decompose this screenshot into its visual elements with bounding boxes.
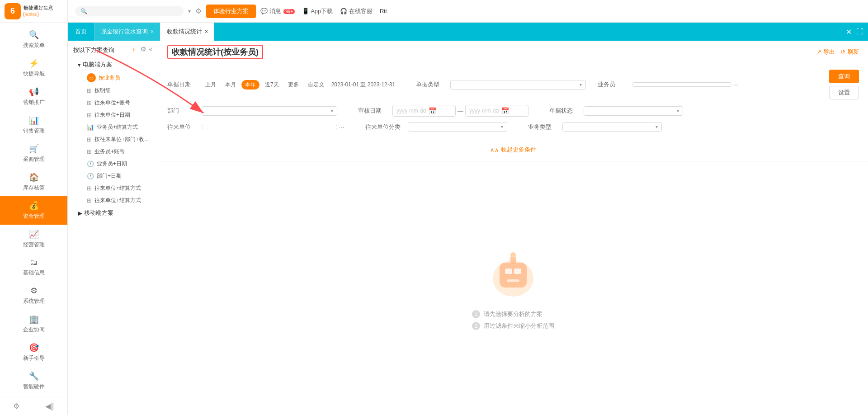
refresh-icon: ↺ bbox=[840, 48, 845, 55]
tab-fullscreen-icon[interactable]: ⛶ bbox=[856, 28, 863, 36]
marketing-icon: 📢 bbox=[29, 87, 39, 97]
collapse-panel-icon[interactable]: « bbox=[149, 45, 152, 55]
sidebar-item-smarthw[interactable]: 🔧 智能硬件 bbox=[0, 367, 67, 395]
settings-footer-icon[interactable]: ⚙ bbox=[13, 402, 19, 410]
audit-date-start[interactable]: yyyy-mm-dd 📅 bbox=[392, 105, 456, 117]
filter-row-1: 单据日期 上月 本月 本年 近7天 更多 自定义 2023-01-01 至 20… bbox=[167, 70, 859, 99]
sidebar-item-guide[interactable]: 🎯 新手引导 bbox=[0, 338, 67, 367]
salesperson-label: 业务员 bbox=[598, 80, 625, 89]
mobile-section-header[interactable]: ▶ 移动端方案 bbox=[72, 207, 158, 219]
active-scheme-icon: ⭮ bbox=[87, 73, 96, 82]
sidebar-item-enterprise[interactable]: 🏢 企业协同 bbox=[0, 310, 67, 338]
search-box[interactable]: 🔍 bbox=[75, 6, 184, 16]
system-icon: ⚙ bbox=[30, 286, 38, 296]
sidebar-item-operations[interactable]: 📈 经营管理 bbox=[0, 225, 67, 253]
topbar-dropdown[interactable]: ▾ bbox=[188, 8, 191, 14]
tree-leaf-dept-date[interactable]: 🕐 部门+日期 bbox=[72, 170, 158, 182]
add-scheme-btn[interactable]: ＋ bbox=[130, 45, 137, 55]
settings-btn[interactable]: 设置 bbox=[829, 86, 859, 99]
collapse-section: ∧∧ 收起更多条件 bbox=[158, 138, 868, 161]
sidebar-item-sales[interactable]: 📊 销售管理 bbox=[0, 111, 67, 139]
sidebar-item-inventory[interactable]: 🏠 库存核算 bbox=[0, 168, 67, 196]
export-btn[interactable]: ↗ 导出 bbox=[816, 48, 835, 56]
tree-leaf-unit-dept[interactable]: ⊞ 按往来单位+部门+收... bbox=[72, 133, 158, 146]
tab-close-collection[interactable]: × bbox=[205, 28, 208, 35]
sidebar-nav: 🔍 搜索菜单 ⚡ 快捷导航 📢 营销推广 📊 销售管理 🛒 采购管理 🏠 库存核… bbox=[0, 23, 67, 397]
leaf-icon-unit-date: ⊞ bbox=[87, 112, 92, 118]
tab-home[interactable]: 首页 bbox=[68, 23, 94, 41]
audit-start-calendar-icon[interactable]: 📅 bbox=[429, 107, 436, 114]
refresh-btn[interactable]: ↺ 刷新 bbox=[840, 48, 859, 56]
app-download-area[interactable]: 📱 App下载 bbox=[302, 7, 333, 15]
sidebar-item-system[interactable]: ⚙ 系统管理 bbox=[0, 281, 67, 310]
salesperson-more-dots[interactable]: ··· bbox=[733, 81, 739, 88]
topbar: 🔍 ▾ ⚙ 体验行业方案 💬 消息 99+ 📱 App下载 🎧 在线客服 Rit bbox=[68, 0, 868, 23]
basicinfo-icon: 🗂 bbox=[30, 258, 38, 267]
tab-collection-stats[interactable]: 收款情况统计 × bbox=[160, 23, 214, 41]
mobile-section-label: 移动端方案 bbox=[84, 209, 113, 217]
tree-leaf-staff-settle[interactable]: 📊 业务员+结算方式 bbox=[72, 121, 158, 133]
svg-rect-4 bbox=[507, 279, 519, 282]
leaf-icon-dept-date: 🕐 bbox=[87, 173, 94, 179]
date-tab-thismonth[interactable]: 本月 bbox=[222, 80, 240, 90]
topbar-gear-icon[interactable]: ⚙ bbox=[195, 7, 202, 15]
tree-leaf-unit-settle1[interactable]: ⊞ 往来单位+结算方式 bbox=[72, 182, 158, 194]
business-type-select[interactable]: ▾ bbox=[562, 122, 662, 132]
tree-leaf-unit-settle2[interactable]: ⊞ 往来单位+结算方式 bbox=[72, 194, 158, 207]
trial-btn[interactable]: 体验行业方案 bbox=[206, 5, 256, 18]
sidebar-item-basicinfo[interactable]: 🗂 基础信息 bbox=[0, 253, 67, 281]
audit-date-end[interactable]: yyyy-mm-dd 📅 bbox=[465, 105, 528, 117]
scheme-settings-icon[interactable]: ⚙ bbox=[140, 45, 146, 55]
voucher-status-select[interactable]: ▾ bbox=[584, 106, 683, 116]
date-tabs: 上月 本月 本年 近7天 更多 自定义 2023-01-01 至 2023-12… bbox=[202, 80, 395, 90]
enterprise-icon: 🏢 bbox=[29, 314, 39, 324]
tabbar: 首页 现金银行流水查询 × 收款情况统计 × ✕ ⛶ bbox=[68, 23, 868, 41]
collapse-sidebar-icon[interactable]: ◀‖ bbox=[45, 402, 54, 410]
sidebar-footer: ⚙ ◀‖ bbox=[0, 397, 67, 415]
partner-category-arrow: ▾ bbox=[501, 124, 503, 129]
tree-leaf-by-detail[interactable]: ⊞ 按明细 bbox=[72, 85, 158, 97]
tab-bank-flow[interactable]: 现金银行流水查询 × bbox=[94, 23, 160, 41]
partner-area: ··· bbox=[202, 123, 344, 131]
business-type-label: 业务类型 bbox=[528, 123, 555, 131]
tree-leaf-unit-date[interactable]: ⊞ 往来单位+日期 bbox=[72, 109, 158, 121]
sidebar-item-finance[interactable]: 💰 资金管理 bbox=[0, 196, 67, 225]
tab-close-bank[interactable]: × bbox=[151, 28, 154, 35]
main-area: 🔍 ▾ ⚙ 体验行业方案 💬 消息 99+ 📱 App下载 🎧 在线客服 Rit… bbox=[68, 0, 868, 415]
quicknav-icon: ⚡ bbox=[29, 58, 39, 68]
date-tab-lastmonth[interactable]: 上月 bbox=[202, 80, 220, 90]
inventory-icon: 🏠 bbox=[29, 172, 39, 182]
tree-leaf-staff-account[interactable]: ⊞ 业务员+账号 bbox=[72, 146, 158, 158]
date-tab-thisyear[interactable]: 本年 bbox=[241, 80, 259, 90]
audit-end-calendar-icon[interactable]: 📅 bbox=[501, 107, 509, 114]
voucher-type-select[interactable]: ▾ bbox=[450, 80, 586, 90]
date-tab-7days[interactable]: 近7天 bbox=[261, 80, 283, 90]
left-panel-title: 按以下方案查询 bbox=[73, 46, 114, 54]
guide-icon: 🎯 bbox=[29, 343, 39, 353]
smarthw-icon: 🔧 bbox=[29, 371, 39, 381]
tree-leaf-unit-account[interactable]: ⊞ 往来单位+账号 bbox=[72, 97, 158, 109]
collapse-btn[interactable]: ∧∧ 收起更多条件 bbox=[490, 142, 536, 157]
user-name[interactable]: Rit bbox=[380, 8, 387, 14]
date-tab-more[interactable]: 更多 bbox=[284, 80, 302, 90]
empty-robot-icon bbox=[486, 247, 540, 301]
sidebar-item-search[interactable]: 🔍 搜索菜单 bbox=[0, 25, 67, 54]
sidebar-item-marketing[interactable]: 📢 营销推广 bbox=[0, 82, 67, 111]
message-area[interactable]: 💬 消息 99+ bbox=[260, 7, 295, 15]
online-service-area[interactable]: 🎧 在线客服 bbox=[340, 7, 373, 15]
sidebar-item-quicknav[interactable]: ⚡ 快捷导航 bbox=[0, 54, 67, 82]
voucher-type-arrow: ▾ bbox=[580, 82, 582, 87]
salesperson-select[interactable] bbox=[632, 82, 731, 87]
date-tab-custom[interactable]: 自定义 bbox=[304, 80, 328, 90]
partner-more-dots[interactable]: ··· bbox=[339, 123, 344, 131]
query-btn[interactable]: 查询 bbox=[829, 70, 859, 83]
dept-select[interactable]: ▾ bbox=[202, 106, 337, 116]
tree-leaf-staff-date[interactable]: 🕐 业务员+日期 bbox=[72, 158, 158, 170]
tip-item-1: 1 请先选择要分析的方案 bbox=[472, 310, 554, 318]
tree-leaf-by-salesperson[interactable]: ⭮ 按业务员 bbox=[72, 71, 158, 85]
sidebar-item-purchase[interactable]: 🛒 采购管理 bbox=[0, 139, 67, 168]
partner-select[interactable] bbox=[202, 125, 337, 129]
desktop-section-header[interactable]: ▾ 电脑端方案 bbox=[72, 58, 158, 71]
tab-close-all-icon[interactable]: ✕ bbox=[846, 28, 852, 36]
partner-category-select[interactable]: ▾ bbox=[408, 122, 507, 132]
